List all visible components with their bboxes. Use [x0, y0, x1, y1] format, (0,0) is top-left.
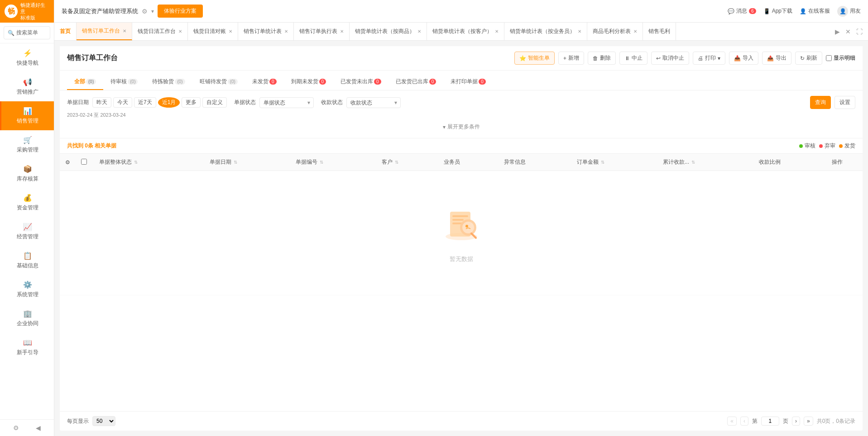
- date-last7-btn[interactable]: 近7天: [134, 97, 156, 108]
- filter-tab-all[interactable]: 全部(0): [67, 74, 103, 90]
- svg-rect-3: [452, 219, 464, 221]
- last-page-button[interactable]: »: [804, 417, 813, 426]
- col-number[interactable]: 单据编号 ⇅: [290, 154, 376, 171]
- sidebar-item-purchase[interactable]: 🛒 采购管理: [0, 130, 54, 159]
- tab-cash-reconcile[interactable]: 钱货日清对账 ✕: [188, 23, 238, 40]
- status-select[interactable]: 单据状态: [259, 97, 314, 108]
- filter-tab-pending-audit[interactable]: 待审核(0): [103, 74, 145, 90]
- tab-maximize-button[interactable]: ⛶: [854, 27, 864, 36]
- date-range-text: 2023-02-24 至 2023-03-24: [67, 112, 126, 118]
- delete-button[interactable]: 🗑 删除: [588, 52, 616, 65]
- import-button[interactable]: 📥 导入: [729, 52, 758, 65]
- col-customer[interactable]: 客户 ⇅: [376, 154, 438, 171]
- page-suffix: 页: [783, 417, 788, 425]
- sidebar-item-guide[interactable]: 📖 新手引导: [0, 333, 54, 362]
- tab-scroll-right-button[interactable]: ▶: [833, 27, 842, 36]
- sidebar-item-inventory[interactable]: 📦 库存核算: [0, 159, 54, 188]
- filter-tab-shipped-not-out[interactable]: 已发货未出库0: [333, 74, 388, 90]
- sidebar-item-quick[interactable]: ⚡ 快捷导航: [0, 43, 54, 72]
- filter-tab-pending-check[interactable]: 待拣验货(0): [145, 74, 192, 90]
- smart-create-button[interactable]: ⭐ 智能生单: [514, 52, 555, 65]
- tab-cash-daily[interactable]: 钱货日清工作台 ✕: [132, 23, 188, 40]
- sidebar-item-operation[interactable]: 📈 经营管理: [0, 217, 54, 246]
- prev-page-button[interactable]: ‹: [740, 417, 748, 426]
- app-download-item[interactable]: 📱 App下载: [763, 7, 792, 15]
- page-input[interactable]: [761, 417, 779, 426]
- settings-button[interactable]: ⚙: [13, 424, 19, 431]
- tab-close-all-button[interactable]: ✕: [844, 27, 853, 36]
- filter-tab-unprinted[interactable]: 未打印单据0: [443, 74, 493, 90]
- close-icon[interactable]: ✕: [123, 28, 126, 33]
- col-date[interactable]: 单据日期 ⇅: [204, 154, 290, 171]
- tab-sales-stats-staff[interactable]: 销货单统计表（按业务员） ✕: [504, 23, 587, 40]
- tab-sales-stats-product[interactable]: 销货单统计表（按商品） ✕: [350, 23, 427, 40]
- page-size-area: 每页显示 50 10 20 100: [67, 416, 115, 426]
- close-icon[interactable]: ✕: [284, 29, 288, 34]
- sidebar-item-system[interactable]: ⚙️ 系统管理: [0, 275, 54, 304]
- date-more-btn[interactable]: 更多: [182, 97, 201, 108]
- search-button[interactable]: 查询: [810, 96, 831, 109]
- tab-sales-exec[interactable]: 销售订单执行表 ✕: [294, 23, 350, 40]
- sidebar-item-sales[interactable]: 📊 销售管理: [0, 101, 54, 130]
- pause-button[interactable]: ⏸ 中止: [619, 52, 647, 65]
- system-settings-icon[interactable]: ⚙: [142, 8, 148, 15]
- settings-button[interactable]: 设置: [834, 96, 855, 109]
- filter-tab-unshipped[interactable]: 未发货0: [245, 74, 284, 90]
- filter-tab-shipped-out[interactable]: 已发货已出库0: [388, 74, 444, 90]
- search-menu-button[interactable]: 🔍 搜索菜单: [4, 26, 50, 39]
- audit-action-btn[interactable]: 审核: [799, 142, 815, 150]
- sidebar: 畅 畅捷通好生意 标准版 🔍 搜索菜单 ⚡ 快捷导航 📢 营销推广 📊 销售管理…: [0, 0, 54, 436]
- show-detail-checkbox[interactable]: [826, 55, 832, 61]
- col-collected[interactable]: 累计收款... ⇅: [657, 154, 753, 171]
- next-page-button[interactable]: ›: [792, 417, 800, 426]
- tab-margin-analysis[interactable]: 商品毛利分析表 ✕: [587, 23, 643, 40]
- date-last1m-btn[interactable]: 近1月: [158, 97, 180, 108]
- table-body: 暂无数据: [60, 171, 863, 295]
- close-icon[interactable]: ✕: [578, 29, 581, 34]
- message-item[interactable]: 💬 消息 6: [728, 7, 756, 15]
- add-button[interactable]: + 新增: [558, 52, 584, 65]
- close-icon[interactable]: ✕: [340, 29, 344, 34]
- tab-sales-workbench[interactable]: 销售订单工作台 ✕: [77, 23, 132, 40]
- payment-select[interactable]: 收款状态: [346, 97, 401, 108]
- cancel-pause-button[interactable]: ↩ 取消中止: [651, 52, 689, 65]
- date-today-btn[interactable]: 今天: [113, 97, 132, 108]
- collapse-button[interactable]: ◀: [36, 424, 41, 431]
- page-size-select[interactable]: 50 10 20 100: [92, 416, 115, 426]
- close-icon[interactable]: ✕: [417, 29, 421, 34]
- close-icon[interactable]: ✕: [229, 29, 232, 34]
- filter-tab-wangpu[interactable]: 旺铺待发货(0): [192, 74, 245, 90]
- online-service-item[interactable]: 👤 在线客服: [800, 7, 830, 15]
- tab-home[interactable]: 首页: [54, 23, 77, 40]
- first-page-button[interactable]: «: [727, 417, 737, 426]
- sidebar-item-basic[interactable]: 📋 基础信息: [0, 246, 54, 275]
- export-button[interactable]: 📤 导出: [762, 52, 791, 65]
- user-item[interactable]: 👤 用友: [837, 6, 861, 17]
- sidebar-item-enterprise[interactable]: 🏢 企业协同: [0, 304, 54, 333]
- tab-sales-stats[interactable]: 销售订单统计表 ✕: [238, 23, 294, 40]
- date-yesterday-btn[interactable]: 昨天: [92, 97, 111, 108]
- show-detail-label[interactable]: 显示明细: [826, 54, 855, 62]
- trial-button[interactable]: 体验行业方案: [158, 5, 203, 18]
- print-button[interactable]: 🖨 打印 ▾: [693, 52, 725, 65]
- col-status[interactable]: 单据整体状态 ⇅: [94, 154, 204, 171]
- close-icon[interactable]: ✕: [633, 29, 637, 34]
- sort-icon: ⇅: [234, 160, 237, 165]
- col-ops: 操作: [826, 154, 863, 171]
- search-buttons: 查询 设置: [810, 96, 855, 109]
- sidebar-item-finance[interactable]: 💰 资金管理: [0, 188, 54, 217]
- filter-tab-expired[interactable]: 到期未发货0: [284, 74, 334, 90]
- sidebar-item-marketing[interactable]: 📢 营销推广: [0, 72, 54, 101]
- close-icon[interactable]: ✕: [178, 29, 182, 34]
- tab-sales-gross[interactable]: 销售毛利: [643, 23, 676, 40]
- date-custom-btn[interactable]: 自定义: [202, 97, 227, 108]
- select-all-checkbox[interactable]: [81, 159, 87, 165]
- ship-action-btn[interactable]: 发货: [839, 142, 855, 150]
- date-shortcuts: 昨天 今天 近7天 近1月 更多 自定义: [92, 97, 227, 108]
- col-amount[interactable]: 订单金额 ⇅: [571, 154, 657, 171]
- refresh-button[interactable]: ↻ 刷新: [795, 52, 822, 65]
- cancel-audit-action-btn[interactable]: 弃审: [819, 142, 835, 150]
- tab-sales-stats-customer[interactable]: 销货单统计表（按客户） ✕: [427, 23, 504, 40]
- expand-button[interactable]: ▾ 展开更多条件: [439, 121, 484, 133]
- close-icon[interactable]: ✕: [495, 29, 499, 34]
